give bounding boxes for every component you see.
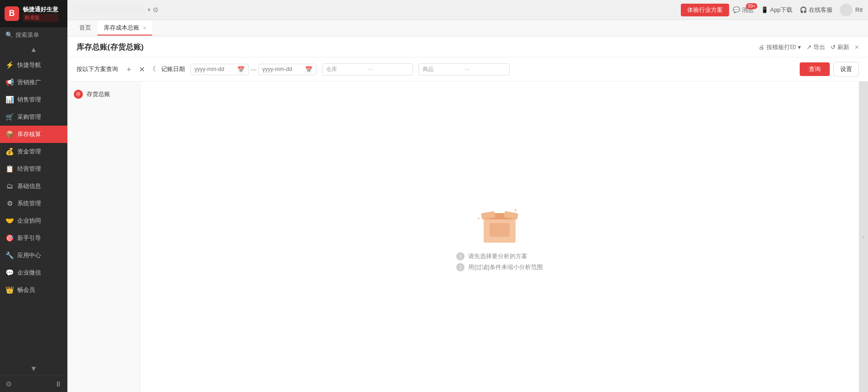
export-btn[interactable]: ↗ 导出 xyxy=(807,43,825,51)
filter-clear-btn[interactable]: ✕ xyxy=(137,64,147,75)
sidebar-item-label: 系统管理 xyxy=(17,199,41,208)
sidebar-item-inventory[interactable]: 📦 库存核算 xyxy=(0,126,67,143)
sidebar-item-quick-nav[interactable]: ⚡ 快捷导航 xyxy=(0,56,67,74)
sidebar-scroll-up[interactable]: ▲ xyxy=(0,43,67,56)
sidebar-item-system[interactable]: ⚙ 系统管理 xyxy=(0,195,67,212)
marketing-icon: 📢 xyxy=(5,78,14,87)
date-end-input[interactable] xyxy=(262,66,303,72)
sidebar-item-corp[interactable]: 🤝 企业协同 xyxy=(0,212,67,229)
sidebar-item-sales[interactable]: 📊 销售管理 xyxy=(0,91,67,108)
query-btn[interactable]: 查询 xyxy=(800,62,830,76)
app-logo: B 畅捷通好生意 标准版 xyxy=(0,0,67,27)
page-header: 库存总账(存货总账) 🖨 按模板打印 ▾ ↗ 导出 ↺ 刷新 × xyxy=(67,36,868,57)
refresh-btn[interactable]: ↺ 刷新 xyxy=(831,43,849,51)
sidebar-item-vip[interactable]: 👑 畅会员 xyxy=(0,281,67,299)
apps-icon: 🔧 xyxy=(5,251,14,260)
main-area: ▾ ⚙ 体验行业方案 💬 消息 99+ 📱 App下载 🎧 在线客服 Rit xyxy=(67,0,868,392)
sidebar-item-label: 经营管理 xyxy=(17,165,41,173)
sidebar-item-finance[interactable]: 💰 资金管理 xyxy=(0,143,67,160)
date-start-wrap[interactable]: 📅 xyxy=(190,64,249,75)
filter-controls: ＋ ✕ 《 xyxy=(123,64,156,75)
warehouse-label: 仓库 xyxy=(326,66,367,73)
filter-add-btn[interactable]: ＋ xyxy=(123,64,134,75)
warehouse-more-icon[interactable]: ··· xyxy=(368,66,409,72)
right-panel[interactable]: › xyxy=(859,81,868,392)
topbar-actions: 💬 消息 99+ 📱 App下载 🎧 在线客服 Rit xyxy=(733,4,863,16)
app-download-btn[interactable]: 📱 App下载 xyxy=(761,6,792,14)
empty-hint-2: 2 用[过滤]条件来缩小分析范围 xyxy=(456,263,542,271)
product-select[interactable]: 商品 ··· xyxy=(419,63,510,76)
sidebar-item-wechat[interactable]: 💬 企业微信 xyxy=(0,264,67,281)
sidebar-item-label: 新手引导 xyxy=(17,234,41,242)
logo-text: 畅捷通好生意 标准版 xyxy=(23,5,58,22)
sidebar-item-apps[interactable]: 🔧 应用中心 xyxy=(0,247,67,264)
filter-settings-btn[interactable]: 设置 xyxy=(833,62,859,76)
header-actions: 🖨 按模板打印 ▾ ↗ 导出 ↺ 刷新 × xyxy=(759,43,859,51)
sidebar-item-label: 采购管理 xyxy=(17,113,41,121)
export-label: 导出 xyxy=(813,43,825,51)
app-title: 畅捷通好生意 xyxy=(23,5,58,14)
scroll-up-btn[interactable]: ▲ xyxy=(26,45,41,55)
settings-icon-btn[interactable]: ⚙ xyxy=(5,380,12,388)
sidebar-item-label: 销售管理 xyxy=(17,96,41,104)
product-more-icon[interactable]: ··· xyxy=(465,66,505,72)
date-end-wrap[interactable]: 📅 xyxy=(258,64,317,75)
finance-icon: 💰 xyxy=(5,148,14,156)
empty-svg: ✦ ✦ xyxy=(472,199,527,245)
search-menu[interactable]: 🔍 搜索菜单 xyxy=(0,27,67,43)
toggle-btn[interactable]: ⏸ xyxy=(55,380,62,388)
print-template-btn[interactable]: 🖨 按模板打印 ▾ xyxy=(759,43,801,51)
phone-icon: 📱 xyxy=(761,6,768,13)
guide-icon: 🎯 xyxy=(5,234,14,242)
schema-item-inventory[interactable]: 存 存货总账 xyxy=(67,86,140,102)
sales-icon: 📊 xyxy=(5,96,14,104)
settings-topbar-btn[interactable]: ⚙ xyxy=(153,6,158,14)
scroll-down-btn[interactable]: ▼ xyxy=(26,364,41,374)
user-section[interactable]: Rit xyxy=(840,4,863,16)
schema-area: 存 存货总账 xyxy=(67,81,140,392)
chevron-down-icon: ▾ xyxy=(798,44,801,51)
warehouse-select[interactable]: 仓库 ··· xyxy=(322,63,413,76)
messages-btn[interactable]: 💬 消息 99+ xyxy=(733,6,754,14)
calendar-end-icon[interactable]: 📅 xyxy=(305,66,312,73)
system-icon: ⚙ xyxy=(5,199,14,208)
logo-icon: B xyxy=(5,6,19,21)
sidebar-item-purchase[interactable]: 🛒 采购管理 xyxy=(0,108,67,126)
svg-text:✦: ✦ xyxy=(513,207,518,214)
filter-collapse-btn[interactable]: 《 xyxy=(149,65,156,73)
hint-num-2: 2 xyxy=(456,263,465,271)
wechat-icon: 💬 xyxy=(5,269,14,277)
tab-home[interactable]: 首页 xyxy=(73,21,97,36)
sidebar-item-marketing[interactable]: 📢 营销推广 xyxy=(0,74,67,91)
basic-icon: 🗂 xyxy=(5,182,14,190)
sidebar-scroll-down[interactable]: ▼ xyxy=(0,362,67,376)
sidebar-item-guide[interactable]: 🎯 新手引导 xyxy=(0,229,67,247)
calendar-start-icon[interactable]: 📅 xyxy=(237,66,245,73)
topbar: ▾ ⚙ 体验行业方案 💬 消息 99+ 📱 App下载 🎧 在线客服 Rit xyxy=(67,0,868,20)
tab-bar: 首页 库存成本总账 × xyxy=(67,20,868,36)
breadcrumb-chevron: ▾ xyxy=(148,6,151,13)
quick-nav-icon: ⚡ xyxy=(5,61,14,69)
schema-item-label: 存货总账 xyxy=(87,90,110,98)
industry-btn[interactable]: 体验行业方案 xyxy=(681,4,729,16)
page-close-btn[interactable]: × xyxy=(855,43,859,51)
sidebar-item-label: 企业协同 xyxy=(17,217,41,225)
date-start-input[interactable] xyxy=(194,66,235,72)
empty-texts: 1 请先选择要分析的方案 2 用[过滤]条件来缩小分析范围 xyxy=(456,252,542,274)
date-range: 📅 — 📅 xyxy=(190,64,317,75)
sidebar-footer: ⚙ ⏸ xyxy=(0,376,67,392)
empty-illustration: ✦ ✦ xyxy=(472,199,527,245)
corp-icon: 🤝 xyxy=(5,217,14,225)
sidebar-item-basic[interactable]: 🗂 基础信息 xyxy=(0,178,67,195)
print-icon: 🖨 xyxy=(759,44,765,51)
online-support-btn[interactable]: 🎧 在线客服 xyxy=(800,6,832,14)
breadcrumb-path xyxy=(73,5,146,15)
tab-inventory-ledger[interactable]: 库存成本总账 × xyxy=(97,21,152,36)
search-menu-label: 搜索菜单 xyxy=(15,31,39,39)
refresh-label: 刷新 xyxy=(837,43,849,51)
print-template-label: 按模板打印 xyxy=(766,43,796,51)
sidebar-item-operation[interactable]: 📋 经营管理 xyxy=(0,160,67,178)
hint-num-1: 1 xyxy=(456,252,465,260)
tab-close-btn[interactable]: × xyxy=(143,25,146,31)
sidebar-item-label: 应用中心 xyxy=(17,251,41,260)
